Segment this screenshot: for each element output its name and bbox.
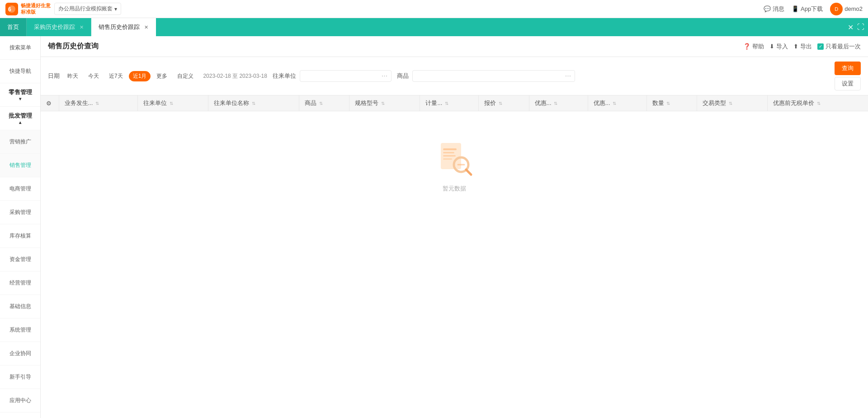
sidebar-item-ecommerce[interactable]: 电商管理 bbox=[0, 177, 40, 201]
sidebar-item-search-menu[interactable]: 搜索菜单 bbox=[0, 36, 40, 60]
th-partner-code[interactable]: 往来单位 ⇅ bbox=[138, 95, 208, 111]
th-pretax-price[interactable]: 优惠前无税单价 ⇅ bbox=[768, 95, 868, 111]
th-discount1[interactable]: 优惠... ⇅ bbox=[529, 95, 588, 111]
sort-icon-discount2: ⇅ bbox=[613, 101, 616, 106]
action-btns: 查询 设置 bbox=[835, 62, 861, 90]
message-btn[interactable]: 💬 消息 bbox=[764, 5, 784, 13]
sidebar-item-wholesale-mgmt[interactable]: 批发管理 ▴ bbox=[0, 107, 40, 130]
svg-line-8 bbox=[466, 170, 471, 175]
th-settings[interactable]: ⚙ bbox=[41, 95, 59, 111]
date-btn-7days[interactable]: 近7天 bbox=[105, 71, 127, 81]
date-btn-today[interactable]: 今天 bbox=[84, 71, 103, 81]
query-button[interactable]: 查询 bbox=[835, 62, 861, 75]
partner-filter-label: 往来单位 bbox=[273, 72, 296, 80]
sidebar-label-app-center: 应用中心 bbox=[9, 397, 31, 404]
sidebar-label-purchase: 采购管理 bbox=[9, 209, 31, 216]
sort-icon-trade-type: ⇅ bbox=[729, 101, 732, 106]
sort-icon-partner-name: ⇅ bbox=[252, 101, 255, 106]
sort-icon-unit: ⇅ bbox=[445, 101, 448, 106]
svg-rect-5 bbox=[443, 155, 456, 157]
th-quantity[interactable]: 数量 ⇅ bbox=[646, 95, 697, 111]
sidebar-item-retail-mgmt[interactable]: 零售管理 ▾ bbox=[0, 83, 40, 107]
import-btn[interactable]: ⬇ 导入 bbox=[769, 43, 788, 51]
sidebar-item-quick-nav[interactable]: 快捷导航 bbox=[0, 60, 40, 83]
sort-icon-product: ⇅ bbox=[319, 101, 323, 106]
th-trade-type[interactable]: 交易类型 ⇅ bbox=[697, 95, 767, 111]
filter-bar: 日期 昨天 今天 近7天 近1月 更多 自定义 2023-02-18 至 202… bbox=[41, 57, 868, 95]
th-pretax-price-label: 优惠前无税单价 bbox=[773, 100, 814, 106]
show-last-only-checkbox[interactable] bbox=[817, 43, 824, 50]
sidebar-item-inventory[interactable]: 库存核算 bbox=[0, 224, 40, 248]
sidebar-item-basic-info[interactable]: 基础信息 bbox=[0, 295, 40, 318]
user-btn[interactable]: D demo2 bbox=[830, 3, 863, 15]
workspace-label: 办公用品行业模拟账套 bbox=[58, 5, 113, 13]
logo-icon: 6 bbox=[5, 3, 18, 15]
product-search-icon[interactable]: ··· bbox=[565, 72, 571, 80]
product-input[interactable] bbox=[416, 73, 563, 80]
help-btn[interactable]: ❓ 帮助 bbox=[743, 43, 764, 51]
th-partner-code-label: 往来单位 bbox=[143, 100, 167, 106]
chevron-down-icon: ▾ bbox=[19, 96, 21, 101]
sidebar-item-corp-wechat[interactable]: 企业微信 bbox=[0, 413, 40, 418]
th-quote[interactable]: 报价 ⇅ bbox=[479, 95, 529, 111]
sidebar-item-app-center[interactable]: 应用中心 bbox=[0, 389, 40, 413]
sidebar-item-purchase[interactable]: 采购管理 bbox=[0, 201, 40, 224]
top-bar: 6 畅捷通好生意 标准版 办公用品行业模拟账套 ▾ 💬 消息 📱 App下载 D… bbox=[0, 0, 868, 18]
app-download-btn[interactable]: 📱 App下载 bbox=[792, 5, 823, 13]
help-icon: ❓ bbox=[743, 43, 750, 50]
date-btn-custom[interactable]: 自定义 bbox=[173, 71, 198, 81]
th-spec[interactable]: 规格型号 ⇅ bbox=[349, 95, 420, 111]
show-last-only-toggle[interactable]: 只看最后一次 bbox=[817, 43, 861, 51]
tab-purchase-history[interactable]: 采购历史价跟踪 ✕ bbox=[27, 18, 91, 36]
page-header: 销售历史价查询 ❓ 帮助 ⬇ 导入 ⬆ 导出 bbox=[41, 36, 868, 57]
sidebar-label-marketing: 营销推广 bbox=[9, 138, 31, 146]
sidebar-item-marketing[interactable]: 营销推广 bbox=[0, 130, 40, 154]
sidebar-label-sales-mgmt: 销售管理 bbox=[9, 162, 31, 169]
tab-home[interactable]: 首页 bbox=[0, 18, 27, 36]
sidebar-item-operations[interactable]: 经营管理 bbox=[0, 271, 40, 295]
th-biz-date[interactable]: 业务发生... ⇅ bbox=[59, 95, 138, 111]
close-purchase-tab[interactable]: ✕ bbox=[80, 24, 84, 30]
date-btn-more[interactable]: 更多 bbox=[152, 71, 171, 81]
message-label: 消息 bbox=[773, 5, 784, 13]
th-product[interactable]: 商品 ⇅ bbox=[299, 95, 349, 111]
date-btn-1month[interactable]: 近1月 bbox=[129, 71, 151, 81]
sidebar-item-enterprise[interactable]: 企业协同 bbox=[0, 342, 40, 366]
sales-tab-label: 销售历史价跟踪 bbox=[99, 23, 140, 31]
empty-state: 暂元数据 bbox=[41, 111, 868, 220]
tab-bar-actions: ✕ ⛶ bbox=[848, 23, 868, 32]
th-partner-name-label: 往来单位名称 bbox=[214, 100, 249, 106]
settings-icon[interactable]: ⚙ bbox=[46, 100, 52, 107]
page-title: 销售历史价查询 bbox=[48, 42, 99, 51]
workspace-selector[interactable]: 办公用品行业模拟账套 ▾ bbox=[54, 3, 121, 15]
date-btn-yesterday[interactable]: 昨天 bbox=[63, 71, 82, 81]
sidebar-item-system[interactable]: 系统管理 bbox=[0, 318, 40, 342]
sidebar-item-finance[interactable]: 资金管理 bbox=[0, 248, 40, 271]
th-discount2[interactable]: 优惠... ⇅ bbox=[588, 95, 646, 111]
table-header: ⚙ 业务发生... ⇅ 往来单位 ⇅ 往来单位名称 ⇅ bbox=[41, 95, 868, 111]
empty-text: 暂元数据 bbox=[443, 185, 466, 193]
partner-search-icon[interactable]: ··· bbox=[382, 72, 387, 80]
partner-input[interactable] bbox=[304, 73, 380, 80]
tab-sales-history[interactable]: 销售历史价跟踪 ✕ bbox=[91, 18, 156, 36]
sidebar: 搜索菜单 快捷导航 零售管理 ▾ 批发管理 ▴ 营销推广 销售管理 电商管理 采… bbox=[0, 36, 41, 418]
app-download-label: App下载 bbox=[801, 5, 823, 13]
th-discount2-label: 优惠... bbox=[594, 100, 610, 106]
close-all-tabs-btn[interactable]: ✕ bbox=[848, 23, 854, 32]
th-partner-name[interactable]: 往来单位名称 ⇅ bbox=[208, 95, 299, 111]
th-unit[interactable]: 计量... ⇅ bbox=[420, 95, 479, 111]
app-icon: 📱 bbox=[792, 5, 799, 12]
close-sales-tab[interactable]: ✕ bbox=[144, 24, 148, 30]
th-quantity-label: 数量 bbox=[652, 100, 664, 106]
setting-button[interactable]: 设置 bbox=[835, 77, 861, 90]
export-btn[interactable]: ⬆ 导出 bbox=[793, 43, 812, 51]
sidebar-item-sales-mgmt[interactable]: 销售管理 bbox=[0, 154, 40, 177]
sidebar-label-new-guide: 新手引导 bbox=[9, 373, 31, 381]
message-icon: 💬 bbox=[764, 5, 771, 12]
sidebar-label-retail-mgmt: 零售管理 bbox=[9, 88, 32, 96]
product-filter-group: 商品 ··· bbox=[397, 70, 575, 82]
sidebar-item-new-guide[interactable]: 新手引导 bbox=[0, 366, 40, 389]
date-filter-btns: 昨天 今天 近7天 近1月 更多 自定义 bbox=[63, 71, 198, 81]
main-layout: 搜索菜单 快捷导航 零售管理 ▾ 批发管理 ▴ 营销推广 销售管理 电商管理 采… bbox=[0, 36, 868, 418]
fullscreen-btn[interactable]: ⛶ bbox=[857, 23, 864, 31]
